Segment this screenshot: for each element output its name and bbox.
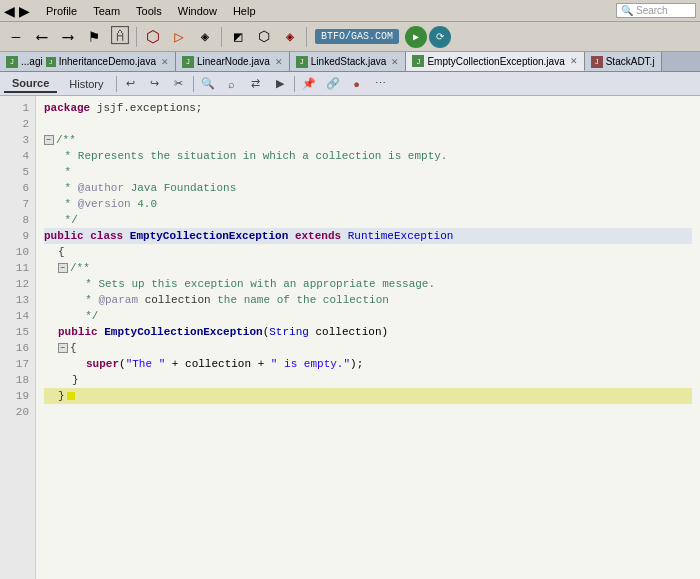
ln-2: 2 <box>0 116 35 132</box>
tab-close-3[interactable]: ✕ <box>391 57 399 67</box>
ln-8: 8 <box>0 212 35 228</box>
source-toolbar: Source History ↩ ↪ ✂ 🔍 ⌕ ⇄ ▶ 📌 🔗 ● ⋯ <box>0 72 700 96</box>
code-line-6: * @author Java Foundations <box>44 180 692 196</box>
tab-stackadt[interactable]: J StackADT.j <box>585 52 662 71</box>
code-line-20 <box>44 404 692 420</box>
toolbar-icon-4[interactable]: ▷ <box>167 26 191 48</box>
tab-linkedstack[interactable]: J LinkedStack.java ✕ <box>290 52 407 71</box>
ln-20: 20 <box>0 404 35 420</box>
back-btn[interactable]: ◀ <box>4 3 15 19</box>
go-btn-2[interactable]: ⟳ <box>429 26 451 48</box>
menu-item-profile[interactable]: Profile <box>38 3 85 19</box>
tab-emptycollection[interactable]: J EmptyCollectionException.java ✕ <box>406 52 584 71</box>
menu-bar: ◀ ▶ Profile Team Tools Window Help 🔍 Sea… <box>0 0 700 22</box>
toolbar-sep-1 <box>136 27 137 47</box>
code-line-15: public EmptyCollectionException(String c… <box>44 324 692 340</box>
code-line-2 <box>44 116 692 132</box>
tab-bar: J ...agi J InheritanceDemo.java ✕ J Line… <box>0 52 700 72</box>
forward-btn[interactable]: ▶ <box>19 3 30 19</box>
code-line-13: * @param collection the name of the coll… <box>44 292 692 308</box>
toolbar-icon-2[interactable]: 🄰 <box>108 26 132 48</box>
stb-redo[interactable]: ↪ <box>145 75 165 93</box>
go-btn-1[interactable]: ▶ <box>405 26 427 48</box>
ln-9: 9 <box>0 228 35 244</box>
tab-icon-1b: J <box>46 57 56 67</box>
nav-back-btn[interactable]: ⟵ <box>30 26 54 48</box>
code-line-8: */ <box>44 212 692 228</box>
nav-forward-btn[interactable]: ⟶ <box>56 26 80 48</box>
code-line-16: − { <box>44 340 692 356</box>
code-line-11: − /** <box>44 260 692 276</box>
collapse-btn-1[interactable]: − <box>44 135 54 145</box>
code-line-14: */ <box>44 308 692 324</box>
ln-1: 1 <box>0 100 35 116</box>
tab-inheritancedemo[interactable]: J ...agi J InheritanceDemo.java ✕ <box>0 52 176 71</box>
tab-close-1[interactable]: ✕ <box>161 57 169 67</box>
toolbar-sep-2 <box>221 27 222 47</box>
code-line-3: − /** <box>44 132 692 148</box>
ln-10: 10 <box>0 244 35 260</box>
collapse-btn-2[interactable]: − <box>58 263 68 273</box>
stb-mark[interactable]: ● <box>347 75 367 93</box>
stb-replace[interactable]: ⇄ <box>246 75 266 93</box>
tab-linearnode[interactable]: J LinearNode.java ✕ <box>176 52 290 71</box>
tab-file-4: EmptyCollectionException.java <box>427 56 564 67</box>
search-icon: 🔍 <box>621 5 633 16</box>
code-line-1: package jsjf.exceptions; <box>44 100 692 116</box>
menu-item-help[interactable]: Help <box>225 3 264 19</box>
stb-find[interactable]: ⌕ <box>222 75 242 93</box>
toolbar-icon-3[interactable]: ⬡ <box>141 26 165 48</box>
code-line-10: { <box>44 244 692 260</box>
line-numbers: 1 2 3 4 5 6 7 8 9 10 11 12 13 14 15 16 1… <box>0 96 36 579</box>
ln-15: 15 <box>0 324 35 340</box>
code-line-5: * <box>44 164 692 180</box>
tab-close-2[interactable]: ✕ <box>275 57 283 67</box>
source-sep-3 <box>294 76 295 92</box>
ln-16: 16 <box>0 340 35 356</box>
code-content[interactable]: package jsjf.exceptions; − /** * Represe… <box>36 96 700 579</box>
history-tab[interactable]: History <box>61 76 111 92</box>
source-tab[interactable]: Source <box>4 75 57 93</box>
code-line-7: * @version 4.0 <box>44 196 692 212</box>
stb-undo[interactable]: ↩ <box>121 75 141 93</box>
tab-file-5: StackADT.j <box>606 56 655 67</box>
toolbar-icon-6[interactable]: ◩ <box>226 26 250 48</box>
tab-icon-1: J <box>6 56 18 68</box>
code-editor[interactable]: 1 2 3 4 5 6 7 8 9 10 11 12 13 14 15 16 1… <box>0 96 700 579</box>
code-line-9: public class EmptyCollectionException ex… <box>44 228 692 244</box>
stb-next[interactable]: ▶ <box>270 75 290 93</box>
code-line-18: } <box>44 372 692 388</box>
code-line-12: * Sets up this exception with an appropr… <box>44 276 692 292</box>
toolbar-icon-1[interactable]: ⚑ <box>82 26 106 48</box>
code-line-4: * Represents the situation in which a co… <box>44 148 692 164</box>
stb-pin[interactable]: 📌 <box>299 75 319 93</box>
search-box[interactable]: 🔍 Search <box>616 3 696 18</box>
toolbar-sep-3 <box>306 27 307 47</box>
tab-close-4[interactable]: ✕ <box>570 56 578 66</box>
ln-5: 5 <box>0 164 35 180</box>
tab-icon-3: J <box>296 56 308 68</box>
tab-file-1: InheritanceDemo.java <box>59 56 156 67</box>
stb-cut[interactable]: ✂ <box>169 75 189 93</box>
toolbar-icon-5[interactable]: ◈ <box>193 26 217 48</box>
stb-more[interactable]: ⋯ <box>371 75 391 93</box>
ln-14: 14 <box>0 308 35 324</box>
collapse-btn-3[interactable]: − <box>58 343 68 353</box>
menu-item-tools[interactable]: Tools <box>128 3 170 19</box>
code-line-19: } <box>44 388 692 404</box>
tab-icon-4: J <box>412 55 424 67</box>
toolbar-icon-8[interactable]: ◈ <box>278 26 302 48</box>
stb-search[interactable]: 🔍 <box>198 75 218 93</box>
collapse-sidebar-btn[interactable]: — <box>4 26 28 48</box>
menu-item-team[interactable]: Team <box>85 3 128 19</box>
url-display: BTFO/GAS.COM <box>315 29 399 44</box>
stb-ref[interactable]: 🔗 <box>323 75 343 93</box>
menu-item-window[interactable]: Window <box>170 3 225 19</box>
tab-icon-5: J <box>591 56 603 68</box>
gutter-marker-19 <box>67 392 75 400</box>
tab-file-3: LinkedStack.java <box>311 56 387 67</box>
ln-13: 13 <box>0 292 35 308</box>
code-line-17: super("The " + collection + " is empty."… <box>44 356 692 372</box>
toolbar-icon-7[interactable]: ⬡ <box>252 26 276 48</box>
toolbar: — ⟵ ⟶ ⚑ 🄰 ⬡ ▷ ◈ ◩ ⬡ ◈ BTFO/GAS.COM ▶ ⟳ <box>0 22 700 52</box>
